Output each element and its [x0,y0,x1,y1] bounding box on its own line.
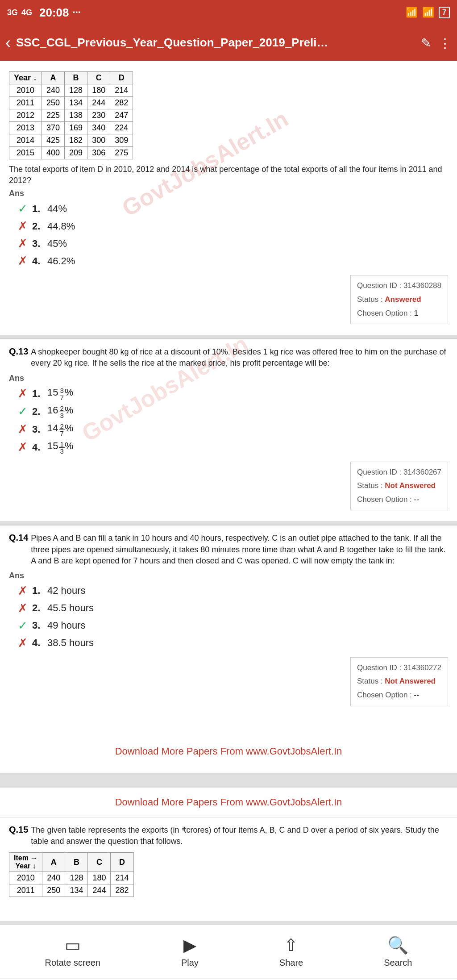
q12-option-2: ✗ 2. 44.8% [18,219,448,233]
option-text: 14 27 % [47,422,73,437]
q12-id-line: Question ID : 314360288 [357,279,441,293]
q13-option-3: ✗ 3. 14 27 % [18,422,448,437]
rotate-label: Rotate screen [45,958,100,968]
q12-id-section: Question ID : 314360288 Status : Answere… [9,271,448,328]
option-number: 4. [32,255,43,267]
page-gap [0,777,457,784]
signal-3g: 3G [7,8,18,17]
share-button[interactable]: ⇧ Share [279,935,303,968]
q13-id-box: Question ID : 314360267 Status : Not Ans… [350,462,448,511]
option-text: 16 23 % [47,405,73,419]
search-button[interactable]: 🔍 Search [384,935,412,968]
q14-id-box: Question ID : 314360272 Status : Not Ans… [350,657,448,706]
option-number: 3. [32,424,43,435]
option-text: 42 hours [47,585,86,596]
q13-options: ✗ 1. 15 37 % ✓ 2. 16 23 % [18,387,448,455]
option-text: 38.5 hours [47,637,94,649]
q13-id-line: Question ID : 314360267 [357,466,441,480]
signal-4g: 4G [21,8,32,17]
option-text: 46.2% [47,255,75,267]
q13-chosen-line: Chosen Option : -- [357,493,441,507]
wifi-icon: 📶 [406,7,418,18]
q14-option-1: ✗ 1. 42 hours [18,584,448,598]
more-options-button[interactable]: ⋮ [438,35,452,51]
table-header-c: C [88,853,111,872]
q14-label: Q.14 [9,533,28,543]
play-label: Play [181,958,199,968]
wrong-icon: ✗ [18,422,28,436]
option-number: 3. [32,620,43,631]
wrong-icon: ✗ [18,219,28,233]
q12-status-label: Status : [357,295,383,304]
q14-question-header: Q.14 Pipes A and B can fill a tank in 10… [9,533,448,567]
q14-id-line: Question ID : 314360272 [357,661,441,675]
correct-icon: ✓ [18,405,28,418]
option-number: 4. [32,442,43,453]
table-header-b: B [65,853,88,872]
q14-status-value: Not Answered [385,677,436,685]
battery-indicator: 7 [439,7,450,18]
nav-icons: ✎ ⋮ [421,35,452,51]
q12-status-line: Status : Answered [357,293,441,307]
q12-chosen-label: Chosen Option : [357,309,412,317]
page1-section: GovtJobsAlert.In Year ↓ A B C D 20102401… [0,61,457,777]
q12-ans-label: Ans [9,189,448,198]
q15-label: Q.15 [9,825,28,835]
option-text: 49 hours [47,620,86,631]
q12-options: ✓ 1. 44% ✗ 2. 44.8% ✗ 3. 45% ✗ 4. 46.2% [18,202,448,268]
option-text: 44.8% [47,221,75,232]
q14-option-2: ✗ 2. 45.5 hours [18,601,448,615]
wrong-icon: ✗ [18,254,28,268]
rotate-icon: ▭ [65,935,81,955]
table-row: 2011250134244282 [9,97,133,109]
q13-ans-label: Ans [9,374,448,383]
table-header-d: D [110,72,133,84]
status-bar: 3G 4G 20:08 ··· 📶 📶 7 [0,0,457,25]
q14-chosen-label: Chosen Option : [357,691,412,699]
table-row: 2010240128180214 [9,872,134,884]
q14-question-text: Pipes A and B can fill a tank in 10 hour… [31,533,448,567]
q14-id-label: Question ID : 314360272 [357,663,441,672]
q12-chosen-value: 1 [414,309,418,317]
q12-question-text: The total exports of item D in 2010, 201… [9,164,448,186]
option-text: 15 37 % [47,387,73,401]
q15-question-header: Q.15 The given table represents the expo… [9,825,448,847]
q14-option-4: ✗ 4. 38.5 hours [18,636,448,650]
play-button[interactable]: ▶ Play [181,935,199,968]
option-number: 1. [32,585,43,596]
q13-option-2: ✓ 2. 16 23 % [18,405,448,419]
table-row: 2014425182300309 [9,134,133,147]
table-overflow-indicator [9,901,448,914]
wrong-icon: ✗ [18,440,28,454]
table-header-item: Item →Year ↓ [9,853,42,872]
back-button[interactable]: ‹ [5,33,11,52]
wrong-icon: ✗ [18,584,28,598]
q14-chosen-value: -- [414,691,419,699]
option-number: 2. [32,221,43,232]
play-icon: ▶ [183,935,196,955]
q12-option-4: ✗ 4. 46.2% [18,254,448,268]
table-header-year: Year ↓ [9,72,42,84]
edit-button[interactable]: ✎ [421,36,431,50]
table-header-d: D [111,853,133,872]
option-text: 45% [47,238,67,250]
wrong-icon: ✗ [18,387,28,400]
q13-label: Q.13 [9,346,28,357]
table-header-b: B [65,72,87,84]
wrong-icon: ✗ [18,601,28,615]
table-row: 2013370169340224 [9,122,133,134]
option-text: 44% [47,203,67,215]
rotate-screen-button[interactable]: ▭ Rotate screen [45,935,100,968]
q15-section: Q.15 The given table represents the expo… [0,817,457,925]
option-number: 1. [32,388,43,400]
system-nav-bar: ☰ △ ◁ [0,978,457,980]
table-header-c: C [87,72,110,84]
q15-question-text: The given table represents the exports (… [31,825,448,847]
time-display: 20:08 [39,6,69,20]
q14-ans-label: Ans [9,571,448,580]
nav-bar: ‹ SSC_CGL_Previous_Year_Question_Paper_2… [0,25,457,61]
status-left: 3G 4G 20:08 ··· [7,6,81,20]
q13-chosen-label: Chosen Option : [357,495,412,504]
q12-id-label: Question ID : 314360288 [357,281,441,290]
q13-question-header: Q.13 A shopkeeper bought 80 kg of rice a… [9,346,448,369]
